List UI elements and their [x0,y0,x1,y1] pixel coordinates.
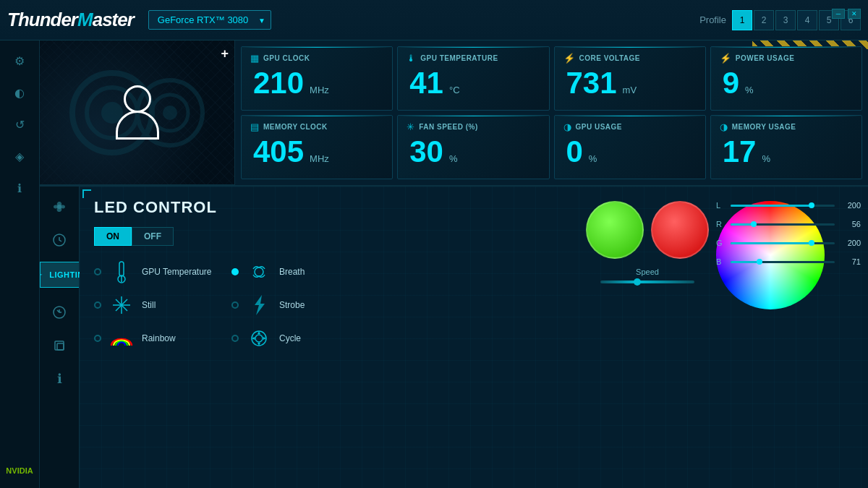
lrgb-thumb-g[interactable] [809,240,814,246]
thermometer-icon [109,259,135,285]
led-off-button[interactable]: OFF [132,227,174,246]
effect-strobe[interactable]: Strobe [231,292,354,318]
power-usage-value: 9 [723,68,739,98]
color-circles [586,201,709,259]
lrgb-value-b: 71 [841,257,861,266]
gpu-clock-unit: MHz [310,85,329,95]
effect-still[interactable]: Still [94,292,217,318]
effect-gpu-temp[interactable]: GPU Temperature [94,259,217,285]
effect-radio-gpu-temp[interactable] [94,268,101,275]
memory-usage-icon: ◑ [720,121,728,132]
fan-speed-value: 30 [409,137,443,167]
sidebar-icon-monitor[interactable]: ◐ [7,80,33,106]
avatar-body [116,111,159,140]
power-usage-value-row: 9 % [720,68,853,104]
avatar-icon[interactable] [116,85,159,140]
color-circle-red[interactable] [651,201,709,259]
color-circle-green[interactable] [586,201,644,259]
led-on-button[interactable]: ON [94,227,132,246]
profile-tab-3[interactable]: 3 [775,10,796,30]
lrgb-value-r: 56 [841,220,861,228]
speed-thumb[interactable] [634,278,641,286]
minimize-button[interactable]: ─ [832,9,845,19]
profile-label: Profile [699,14,726,25]
led-panel: LED CONTROL ON OFF [80,187,868,488]
effect-radio-strobe[interactable] [231,301,239,309]
stat-fan-speed: ✳ FAN SPEED (%) 30 % [397,115,549,179]
sidebar-icon-oc[interactable]: ◈ [7,143,33,169]
lrgb-fill-g [731,242,812,244]
lighting-tab-button[interactable]: ✦ LIGHTING [40,262,79,288]
sidebar-icon-info[interactable]: ℹ [7,175,33,201]
effect-cycle[interactable]: Cycle [231,325,354,351]
effect-radio-rainbow[interactable] [94,335,101,342]
speed-slider[interactable] [600,281,694,283]
lower-section: ✦ LIGHTING ℹ [40,185,868,488]
memory-clock-label: MEMORY CLOCK [263,123,328,131]
profile-tab-4[interactable]: 4 [797,10,817,30]
lrgb-slider-g[interactable] [731,242,835,244]
memory-clock-unit: MHz [310,153,329,164]
stat-core-voltage: ⚡ CORE VOLTAGE 731 mV [554,46,706,111]
stats-grid: ▦ GPU CLOCK 210 MHz 🌡 GPU TEMPERATURE [235,40,868,185]
lrgb-thumb-b[interactable] [757,259,762,265]
stat-gpu-temp: 🌡 GPU TEMPERATURE 41 °C [397,46,549,111]
lrgb-slider-b[interactable] [731,261,835,263]
core-voltage-value-row: 731 mV [563,68,697,104]
plus-icon[interactable]: + [221,46,229,61]
effect-label-cycle: Cycle [279,333,301,343]
main-content: ⚙ ◐ ↺ ◈ ℹ NVIDIA [0,40,868,488]
lrgb-thumb-r[interactable] [751,221,757,227]
svg-point-14 [255,267,263,276]
effect-rainbow[interactable]: Rainbow [94,325,217,351]
lrgb-thumb-l[interactable] [809,202,814,208]
nav-oc-icon[interactable] [45,226,74,254]
gpu-usage-label: GPU USAGE [576,123,623,131]
lrgb-slider-l[interactable] [731,205,835,207]
close-button[interactable]: ✕ [848,9,861,19]
memory-usage-value: 17 [723,137,757,167]
nav-history-icon[interactable] [45,298,74,327]
speed-section: Speed [600,267,694,283]
effect-radio-still[interactable] [94,301,101,309]
gpu-usage-unit: % [589,153,597,164]
nav-3d-icon[interactable] [45,331,74,360]
effect-breath[interactable]: Breath [231,259,354,285]
core-voltage-value: 731 [566,68,617,98]
gpu-selector[interactable]: GeForce RTX™ 3080 [148,10,271,30]
effect-label-strobe: Strobe [279,300,305,310]
voltage-icon: ⚡ [563,53,575,64]
power-usage-label: POWER USAGE [736,54,795,62]
lrgb-row-r: R 56 [716,220,861,228]
effect-radio-breath[interactable] [231,268,239,275]
fan-speed-value-row: 30 % [407,137,540,173]
stat-fan-speed-header: ✳ FAN SPEED (%) [407,121,540,132]
lrgb-label-l: L [716,201,725,210]
power-usage-unit: % [745,85,754,95]
still-icon [109,292,135,318]
nav-fan-icon[interactable] [45,192,74,221]
stat-gpu-usage: ◑ GPU USAGE 0 % [554,115,706,179]
gpu-clock-value: 210 [253,68,304,98]
stat-memory-usage-header: ◑ MEMORY USAGE [720,121,853,132]
memory-clock-icon: ▤ [250,121,259,132]
nav-info-icon[interactable]: ℹ [45,364,74,393]
stat-memory-usage: ◑ MEMORY USAGE 17 % [710,115,862,179]
stat-power-usage-header: ⚡ POWER USAGE [720,53,853,64]
effect-radio-cycle[interactable] [231,335,239,342]
profile-tab-2[interactable]: 2 [754,10,774,30]
gpu-selector-wrapper[interactable]: GeForce RTX™ 3080 ▼ [148,10,271,30]
speed-label: Speed [600,267,694,276]
lrgb-fill-b [731,261,760,263]
stat-memory-clock-header: ▤ MEMORY CLOCK [250,121,383,132]
rainbow-icon [109,325,135,351]
lrgb-row-g: G 200 [716,239,861,247]
lrgb-slider-r[interactable] [731,223,835,226]
lrgb-label-r: R [716,220,725,228]
sidebar-icon-refresh[interactable]: ↺ [7,111,33,137]
svg-rect-11 [119,262,124,276]
sidebar-icon-settings[interactable]: ⚙ [7,48,33,74]
effect-label-gpu-temp: GPU Temperature [142,267,212,277]
profile-tab-1[interactable]: 1 [732,10,752,30]
memory-usage-value-row: 17 % [720,137,853,173]
